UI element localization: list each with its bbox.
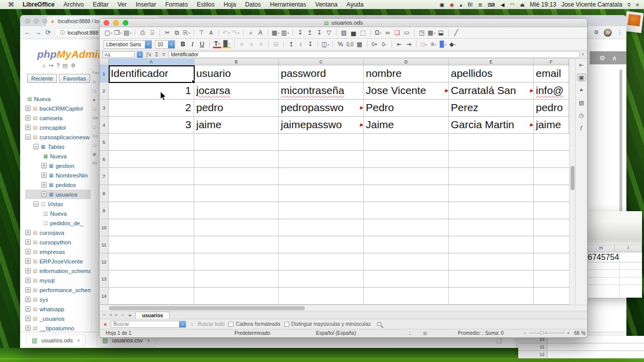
italic-icon[interactable]: I — [188, 40, 197, 49]
freeze-icon[interactable]: ▦ — [427, 28, 436, 37]
tree-item-pedidos[interactable]: + ▦ pedidos — [25, 180, 91, 190]
properties-icon[interactable]: ▣ — [577, 73, 586, 81]
cell-b2[interactable]: jocarsa — [194, 82, 279, 100]
menu-ventana[interactable]: Ventana — [311, 1, 342, 8]
increase-indent-icon[interactable]: ⇥ — [405, 40, 413, 49]
align-left-icon[interactable]: ≡ — [237, 40, 246, 49]
cell-f3[interactable]: pedro — [534, 100, 569, 117]
font-name-combo[interactable]: Liberation Sans ∨ — [104, 40, 152, 49]
minimize-button[interactable] — [113, 20, 119, 26]
undo-icon[interactable]: ↶ — [222, 28, 230, 37]
tree-item-crmcapitol[interactable]: + ▤ crmcapitol — [25, 123, 91, 132]
save-icon[interactable]: ▤ — [123, 28, 132, 37]
name-box[interactable]: A1 — [103, 51, 135, 58]
tree-expander-icon[interactable]: − — [25, 134, 31, 140]
find-input[interactable] — [111, 321, 179, 327]
home-icon[interactable]: ⌂ — [42, 62, 46, 69]
add-decimal-icon[interactable]: 0+ — [370, 40, 379, 49]
menu-editar[interactable]: Editar — [88, 1, 113, 8]
eject-icon[interactable]: ⏏ — [520, 2, 524, 8]
selection-mode-icon[interactable]: ⌶ — [409, 330, 412, 336]
row-header[interactable]: 1 — [100, 65, 108, 82]
reload-icon[interactable]: ⟳ — [45, 29, 51, 36]
zoom-out-icon[interactable]: − — [524, 330, 527, 336]
menu-ver[interactable]: Ver — [113, 1, 131, 8]
gallery-icon[interactable]: ▧ — [577, 99, 586, 107]
formatted-display-option[interactable]: Cadena formateada — [228, 321, 280, 327]
menu-insertar[interactable]: Insertar — [131, 1, 161, 8]
select-all-corner[interactable] — [100, 59, 108, 65]
tree-expander-icon[interactable]: − — [33, 201, 39, 207]
tree-item-whatsapp[interactable]: + ▤ whatsapp — [25, 304, 91, 314]
language[interactable]: Español (España) — [316, 330, 356, 336]
tab-reciente[interactable]: Reciente — [27, 74, 57, 83]
sort-descending-icon[interactable]: ↧ — [315, 28, 324, 37]
pivot-table-icon[interactable]: ⬚ — [359, 28, 367, 37]
autofilter-icon[interactable]: ▽ — [325, 28, 333, 37]
combo-arrow-icon[interactable]: ∨ — [168, 41, 175, 48]
copy-icon[interactable]: ⧉ — [173, 28, 181, 37]
spotlight-search-icon[interactable]: ⚲ — [627, 2, 631, 8]
cell-b4[interactable]: jaime — [194, 117, 279, 134]
apple-menu-icon[interactable]: ⌘ — [8, 1, 14, 8]
tree-item-erpjosevicente[interactable]: + ▤ ERPJoseVicente — [25, 256, 91, 266]
find-dropdown-icon[interactable]: ∨ — [179, 321, 186, 327]
cell-f4[interactable]: jaime — [534, 117, 569, 134]
name-box-arrow-icon[interactable]: ∨ — [137, 51, 143, 58]
font-size-combo[interactable]: 10 ∨ — [155, 40, 175, 49]
tree-item-usuarios-db[interactable]: + ▤ _usuarios — [25, 314, 91, 323]
tree-expander-icon[interactable]: + — [25, 268, 31, 274]
function-wizard-icon[interactable]: ƒx — [145, 52, 152, 57]
back-icon[interactable]: ← — [24, 29, 31, 36]
tree-expander-icon[interactable]: + — [25, 239, 31, 245]
docs-icon[interactable]: ▤ — [62, 62, 67, 69]
find-replace-icon[interactable]: ⌕ — [247, 28, 255, 37]
row-header[interactable]: 14 — [100, 288, 108, 305]
tree-expander-icon[interactable]: + — [25, 258, 31, 264]
tree-item-gestion[interactable]: + ▦ gestion — [25, 161, 91, 170]
find-all-button[interactable]: Buscar todo — [198, 321, 224, 327]
cell-e3[interactable]: Perez — [449, 100, 534, 117]
column-header-e[interactable]: E — [449, 59, 534, 65]
vertical-scrollbar[interactable] — [569, 59, 575, 305]
settings-icon[interactable]: ⚙ — [70, 62, 75, 69]
sort-ascending-icon[interactable]: ↥ — [305, 28, 314, 37]
console-settings-icon[interactable]: ⚙ — [599, 54, 605, 62]
row-header[interactable]: 12 — [100, 253, 108, 270]
tab-favoritas[interactable]: Favoritas — [59, 74, 90, 83]
horizontal-scrollbar[interactable] — [100, 305, 587, 311]
close-button[interactable] — [104, 20, 109, 26]
status-red-icon[interactable]: ◉ — [450, 2, 454, 8]
draw-functions-icon[interactable]: ╱ — [452, 28, 460, 37]
help-icon[interactable]: ? — [56, 62, 59, 69]
tree-item-pedidos-de[interactable]: ◫ pedidos_de_ — [25, 218, 91, 228]
align-center-icon[interactable]: ≡ — [247, 40, 256, 49]
print-icon[interactable]: ⎙ — [138, 28, 147, 37]
menu-archivo[interactable]: Archivo — [59, 1, 88, 8]
page-style[interactable]: Predeterminado — [234, 330, 270, 336]
sort-icon[interactable]: ↧ — [296, 28, 304, 37]
browser-close-button[interactable] — [25, 19, 30, 24]
menu-datos[interactable]: Datos — [240, 1, 265, 8]
tree-expander-icon[interactable]: + — [41, 182, 47, 188]
close-find-bar-icon[interactable]: × — [104, 321, 107, 327]
menu-ayuda[interactable]: Ayuda — [342, 1, 368, 8]
cell-a1[interactable]: Identificador — [109, 65, 194, 82]
border-color-icon[interactable]: ◆ — [448, 40, 457, 49]
console-collapse-icon[interactable]: ∧ — [612, 54, 617, 62]
sheet-tab-usuarios[interactable]: usuarios — [135, 312, 170, 319]
row-header[interactable]: 7 — [100, 168, 108, 185]
hyperlink-icon[interactable]: ∞ — [383, 28, 392, 37]
cell-e4[interactable]: Garcia Martin▶ — [449, 117, 534, 134]
row-header[interactable]: 9 — [100, 202, 108, 219]
tree-expander-icon[interactable]: + — [25, 125, 31, 130]
decrease-indent-icon[interactable]: ⇤ — [395, 40, 404, 49]
tree-expander-icon[interactable]: + — [25, 230, 31, 235]
cell-f1[interactable]: email — [534, 65, 569, 82]
match-case-option[interactable]: Distinguir mayúsculas y minúsculas — [284, 321, 371, 327]
menubar-user-name[interactable]: Jose Vicente Carratala — [561, 1, 622, 8]
add-sheet-icon[interactable]: + — [128, 312, 131, 318]
notification-center-icon[interactable]: ≡ — [636, 2, 639, 8]
stack-icon[interactable]: ≣ — [478, 2, 482, 8]
tree-expander-icon[interactable]: + — [25, 306, 31, 312]
